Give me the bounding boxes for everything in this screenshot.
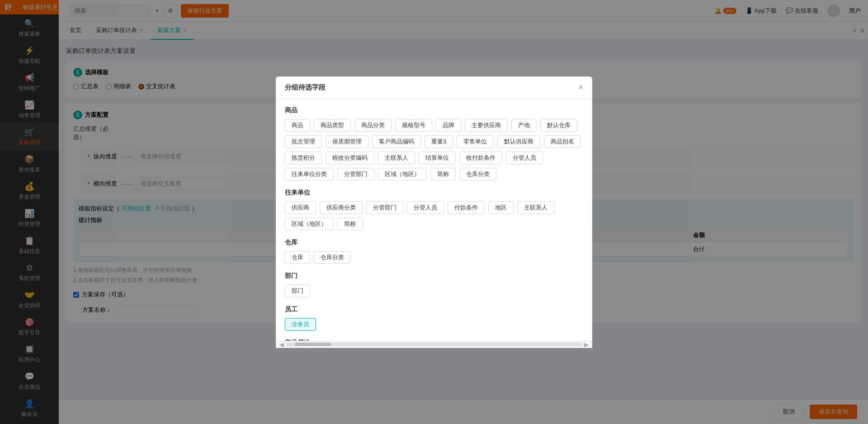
field-group-title-2: 仓库 [285, 238, 583, 247]
field-group-title-0: 商品 [285, 106, 583, 114]
field-group-title-4: 员工 [285, 305, 583, 314]
field-tag-0-19[interactable]: 收付款条件 [459, 152, 502, 164]
field-tag-0-22[interactable]: 分管部门 [337, 168, 374, 181]
field-tag-0-3[interactable]: 规格型号 [395, 119, 432, 132]
field-tag-1-2[interactable]: 分管部门 [366, 201, 403, 214]
field-group-0: 商品商品商品类型商品分类规格型号品牌主要供应商产地默认仓库批次管理保质期管理客户… [285, 106, 583, 181]
field-tag-0-15[interactable]: 拣货积分 [285, 152, 322, 164]
field-tag-0-25[interactable]: 仓库分类 [459, 168, 496, 181]
field-tag-0-1[interactable]: 商品类型 [314, 119, 351, 132]
scroll-right-arrow[interactable]: ▶ [582, 341, 590, 348]
field-tags-4: 业务员 [285, 318, 583, 331]
field-tag-0-7[interactable]: 默认仓库 [540, 119, 577, 132]
horizontal-scrollbar[interactable] [286, 343, 582, 346]
field-tag-1-4[interactable]: 付款条件 [448, 201, 485, 214]
field-group-title-3: 部门 [285, 272, 583, 280]
field-tag-1-0[interactable]: 供应商 [285, 201, 316, 214]
field-tag-0-18[interactable]: 结算单位 [419, 152, 456, 164]
field-tag-0-5[interactable]: 主要供应商 [465, 119, 508, 132]
field-tag-1-8[interactable]: 简称 [337, 218, 363, 230]
modal-header: 分组待选字段 × [276, 76, 592, 99]
field-tag-2-0[interactable]: 仓库 [285, 251, 310, 264]
field-tag-0-0[interactable]: 商品 [285, 119, 310, 132]
field-tag-0-2[interactable]: 商品分类 [354, 119, 392, 132]
modal-overlay: 分组待选字段 × 商品商品商品类型商品分类规格型号品牌主要供应商产地默认仓库批次… [0, 0, 868, 424]
field-tags-0: 商品商品类型商品分类规格型号品牌主要供应商产地默认仓库批次管理保质期管理客户商品… [285, 119, 583, 181]
modal-title: 分组待选字段 [285, 83, 326, 92]
field-tag-1-3[interactable]: 分管人员 [407, 201, 444, 214]
field-group-2: 仓库仓库仓库分类 [285, 238, 583, 264]
field-tag-1-5[interactable]: 地区 [488, 201, 514, 214]
modal-body: 商品商品商品类型商品分类规格型号品牌主要供应商产地默认仓库批次管理保质期管理客户… [276, 99, 592, 341]
field-tag-1-6[interactable]: 主联系人 [517, 201, 554, 214]
field-tag-1-7[interactable]: 区域（地区） [285, 218, 334, 230]
field-tag-0-20[interactable]: 分管人员 [506, 152, 543, 164]
modal-close-icon[interactable]: × [578, 83, 583, 92]
field-tag-0-6[interactable]: 产地 [511, 119, 537, 132]
field-group-4: 员工业务员 [285, 305, 583, 331]
field-tag-0-4[interactable]: 品牌 [436, 119, 461, 132]
scroll-left-arrow[interactable]: ◀ [278, 341, 286, 348]
field-tag-0-21[interactable]: 往来单位分类 [285, 168, 334, 181]
field-tag-0-14[interactable]: 商品别名 [544, 135, 581, 148]
field-tag-0-23[interactable]: 区域（地区） [378, 168, 427, 181]
field-tags-3: 部门 [285, 285, 583, 297]
scrollbar-thumb [295, 343, 331, 346]
field-tag-0-16[interactable]: 税收分类编码 [326, 152, 374, 164]
field-tags-2: 仓库仓库分类 [285, 251, 583, 264]
field-tag-0-13[interactable]: 默认供应商 [497, 135, 540, 148]
field-tag-1-1[interactable]: 供应商分类 [320, 201, 363, 214]
field-tag-0-9[interactable]: 保质期管理 [326, 135, 368, 148]
field-group-title-1: 往来单位 [285, 189, 583, 197]
field-tag-0-17[interactable]: 主联系人 [378, 152, 415, 164]
field-tag-0-8[interactable]: 批次管理 [285, 135, 322, 148]
field-tag-3-0[interactable]: 部门 [285, 285, 310, 297]
modal: 分组待选字段 × 商品商品商品类型商品分类规格型号品牌主要供应商产地默认仓库批次… [276, 76, 592, 348]
field-tag-4-0[interactable]: 业务员 [285, 318, 316, 331]
field-tag-0-12[interactable]: 零售单位 [457, 135, 494, 148]
field-tag-0-24[interactable]: 简称 [430, 168, 456, 181]
field-group-3: 部门部门 [285, 272, 583, 297]
field-tag-0-11[interactable]: 重量3 [425, 135, 453, 148]
modal-footer-scroll: ◀ ▶ [276, 341, 592, 348]
field-tag-0-10[interactable]: 客户商品编码 [372, 135, 421, 148]
field-tag-2-1[interactable]: 仓库分类 [314, 251, 351, 264]
field-group-1: 往来单位供应商供应商分类分管部门分管人员付款条件地区主联系人区域（地区）简称 [285, 189, 583, 230]
field-tags-1: 供应商供应商分类分管部门分管人员付款条件地区主联系人区域（地区）简称 [285, 201, 583, 230]
